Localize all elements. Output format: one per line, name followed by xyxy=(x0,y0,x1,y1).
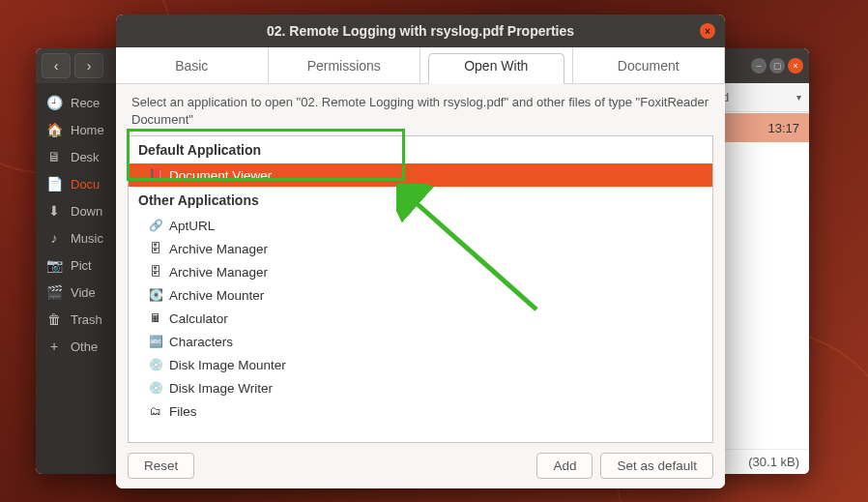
dialog-button-row: Reset Add Set as default xyxy=(128,443,713,479)
application-item[interactable]: 🗄Archive Manager xyxy=(129,260,712,283)
tab-permissions[interactable]: Permissions xyxy=(269,47,421,83)
sidebar-item-label: Desk xyxy=(71,150,100,164)
document-viewer-icon: 📕 xyxy=(148,167,163,183)
reset-button[interactable]: Reset xyxy=(128,453,194,479)
sidebar-icon: 🖥 xyxy=(45,149,63,164)
tab-basic[interactable]: Basic xyxy=(116,47,269,83)
sidebar-icon: 🏠 xyxy=(45,122,63,137)
application-label: Calculator xyxy=(169,311,228,326)
sort-indicator-icon: ▾ xyxy=(796,92,801,103)
tab-label: Permissions xyxy=(307,58,381,74)
maximize-icon[interactable]: ▢ xyxy=(769,58,785,74)
application-item[interactable]: 💿Disk Image Writer xyxy=(129,376,712,399)
application-item[interactable]: 💿Disk Image Mounter xyxy=(129,353,712,376)
tab-description: Select an application to open "02. Remot… xyxy=(128,84,713,135)
app-icon: 🗂 xyxy=(148,403,163,419)
tab-label: Basic xyxy=(175,58,208,74)
sidebar-icon: 🎬 xyxy=(45,284,63,300)
app-icon: 💽 xyxy=(148,287,163,303)
sidebar-item-label: Down xyxy=(71,204,102,219)
sidebar-icon: ⬇ xyxy=(45,203,63,219)
app-icon: 💿 xyxy=(148,380,163,396)
application-label: Archive Manager xyxy=(169,265,268,280)
file-time: 13:17 xyxy=(767,121,799,135)
tab-open-with[interactable]: Open With xyxy=(420,47,573,83)
tab-label: Document xyxy=(618,58,680,74)
sidebar-icon: 🕘 xyxy=(45,95,63,110)
application-item[interactable]: 🔤Characters xyxy=(129,330,712,353)
default-application-label: Document Viewer xyxy=(169,168,272,183)
application-label: Files xyxy=(169,404,197,419)
default-application-header: Default Application xyxy=(129,136,712,163)
sidebar-item-label: Music xyxy=(71,231,103,246)
dialog-title: 02. Remote Logging with rsyslog.pdf Prop… xyxy=(267,23,574,39)
window-controls: – ▢ × xyxy=(751,58,803,74)
application-label: Disk Image Writer xyxy=(169,381,273,396)
back-button[interactable]: ‹ xyxy=(42,53,71,78)
sidebar-item-label: Rece xyxy=(71,96,100,110)
application-item[interactable]: 🔗AptURL xyxy=(129,214,712,237)
application-label: AptURL xyxy=(169,219,215,233)
dialog-close-icon[interactable]: × xyxy=(700,23,715,39)
app-icon: 🔗 xyxy=(148,218,163,233)
close-icon[interactable]: × xyxy=(788,58,803,74)
set-default-button[interactable]: Set as default xyxy=(600,453,713,479)
sidebar-item-label: Othe xyxy=(71,340,98,354)
default-application-item[interactable]: 📕 Document Viewer xyxy=(129,163,712,187)
application-list[interactable]: Default Application 📕 Document Viewer Ot… xyxy=(128,135,713,443)
application-label: Archive Manager xyxy=(169,242,268,256)
add-button[interactable]: Add xyxy=(536,453,593,479)
sidebar-item-label: Trash xyxy=(71,312,102,327)
sidebar-item-label: Docu xyxy=(71,177,100,192)
sidebar-item-label: Pict xyxy=(71,258,92,273)
app-icon: 🗄 xyxy=(148,241,163,256)
application-item[interactable]: 🗄Archive Manager xyxy=(129,237,712,260)
tab-document[interactable]: Document xyxy=(573,47,726,83)
app-icon: 💿 xyxy=(148,357,163,372)
dialog-titlebar[interactable]: 02. Remote Logging with rsyslog.pdf Prop… xyxy=(116,15,725,47)
forward-button[interactable]: › xyxy=(74,53,103,78)
sidebar-icon: ♪ xyxy=(45,230,63,246)
application-label: Disk Image Mounter xyxy=(169,358,286,372)
application-item[interactable]: 🖩Calculator xyxy=(129,307,712,330)
sidebar-icon: 📷 xyxy=(45,257,63,273)
minimize-icon[interactable]: – xyxy=(751,58,767,74)
app-icon: 🖩 xyxy=(148,310,163,326)
application-label: Archive Mounter xyxy=(169,288,264,303)
app-icon: 🔤 xyxy=(148,334,163,349)
sidebar-icon: 🗑 xyxy=(45,311,63,327)
tab-label: Open With xyxy=(464,58,528,74)
other-applications-header: Other Applications xyxy=(129,187,712,214)
application-item[interactable]: 💽Archive Mounter xyxy=(129,283,712,307)
application-item[interactable]: 🗂Files xyxy=(129,399,712,423)
app-icon: 🗄 xyxy=(148,264,163,280)
properties-dialog: 02. Remote Logging with rsyslog.pdf Prop… xyxy=(116,15,725,488)
sidebar-item-label: Vide xyxy=(71,285,96,300)
application-label: Characters xyxy=(169,335,233,349)
sidebar-item-label: Home xyxy=(71,123,104,137)
status-size: (30.1 kB) xyxy=(748,455,799,469)
sidebar-icon: 📄 xyxy=(45,176,63,192)
sidebar-icon: + xyxy=(45,339,63,354)
dialog-tabs: BasicPermissionsOpen WithDocument xyxy=(116,47,725,84)
